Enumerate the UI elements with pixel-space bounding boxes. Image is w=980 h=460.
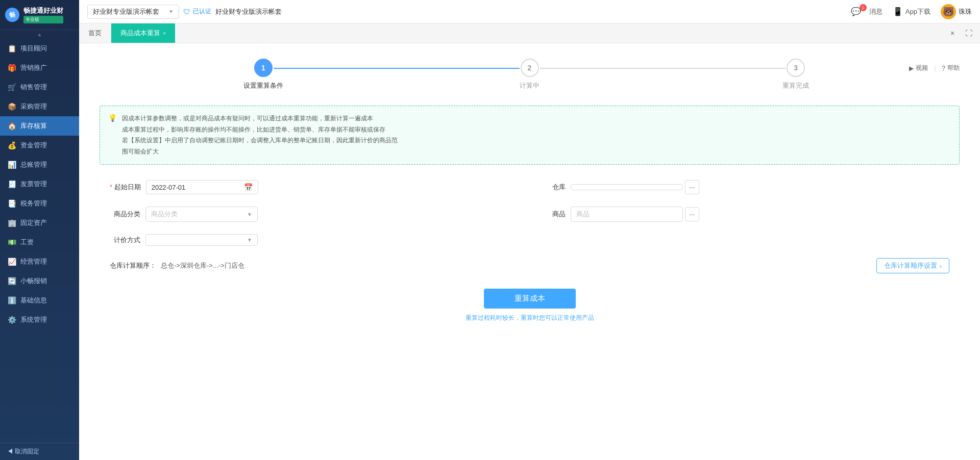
app-download-button[interactable]: 📱 App下载: [893, 7, 930, 16]
sidebar-item-operation[interactable]: 📈 经营管理: [0, 252, 79, 271]
sidebar-item-basic[interactable]: ℹ️ 基础信息: [0, 291, 79, 310]
accounting-icon: 📊: [7, 161, 16, 169]
step-3-number: 3: [794, 64, 798, 72]
sidebar-logo: 畅 畅捷通好业财 专业版: [0, 0, 79, 30]
warehouse-order-settings-button[interactable]: 仓库计算顺序设置 ›: [876, 258, 949, 273]
window-close-button[interactable]: ×: [946, 27, 959, 39]
sidebar-item-sales[interactable]: 🛒 销售管理: [0, 78, 79, 97]
submit-button[interactable]: 重算成本: [484, 289, 576, 309]
page-content: 1 设置重算条件 2 计算中 3 重算完成 ▶: [79, 43, 980, 460]
info-icon: 💡: [108, 114, 117, 157]
warehouse-order-btn-label: 仓库计算顺序设置: [884, 261, 937, 270]
sidebar-item-invoice[interactable]: 🧾 发票管理: [0, 174, 79, 194]
operation-icon: 📈: [7, 258, 16, 266]
warehouse-dots-button[interactable]: ···: [685, 180, 699, 194]
sidebar-logo-info: 畅捷通好业财 专业版: [23, 6, 63, 23]
tabs-window-controls: × ⛶: [946, 27, 980, 39]
step-3-label: 重算完成: [782, 81, 809, 90]
warehouse-order-value: 总仓->深圳仓库->...->门店仓: [161, 261, 876, 270]
step-1-number: 1: [261, 64, 265, 72]
message-button[interactable]: 💬 1 消息: [851, 7, 883, 16]
sidebar-item-salary[interactable]: 💵 工资: [0, 233, 79, 252]
video-button[interactable]: ▶ 视频: [909, 64, 928, 72]
info-text: 因成本计算参数调整，或是对商品成本有疑问时，可以通过成本重算功能，重新计算一遍成…: [122, 113, 398, 157]
goods-label: 商品: [545, 210, 571, 219]
stepper: 1 设置重算条件 2 计算中 3 重算完成 ▶: [100, 59, 960, 90]
sidebar-item-inventory[interactable]: 🏠 库存核算: [0, 116, 79, 136]
sidebar-item-system[interactable]: ⚙️ 系统管理: [0, 310, 79, 329]
sidebar-item-label-finance: 资金管理: [20, 141, 47, 150]
info-line-4: 围可能会扩大: [122, 146, 398, 158]
sidebar-item-label-assets: 固定资产: [20, 218, 47, 227]
app-download-label: App下载: [905, 7, 930, 16]
tab-recalc[interactable]: 商品成本重算 ×: [111, 23, 175, 43]
account-select[interactable]: 好业财专业版演示帐套 ▼: [87, 5, 179, 19]
sidebar-item-marketing[interactable]: 🎁 营销推广: [0, 58, 79, 78]
goods-dots-button[interactable]: ···: [685, 207, 699, 221]
sidebar-item-tax[interactable]: 📑 税务管理: [0, 194, 79, 213]
finance-icon: 💰: [7, 141, 16, 149]
pricing-arrow-icon: ▼: [247, 237, 252, 243]
step-1: 1 设置重算条件: [130, 59, 397, 90]
info-box: 💡 因成本计算参数调整，或是对商品成本有疑问时，可以通过成本重算功能，重新计算一…: [100, 106, 960, 165]
sidebar-item-purchase[interactable]: 📦 采购管理: [0, 97, 79, 116]
start-date-label: 起始日期: [110, 183, 146, 192]
goods-input[interactable]: 商品: [571, 207, 683, 222]
sidebar-item-label-inventory: 库存核算: [20, 121, 47, 131]
notification-badge: 1: [860, 4, 867, 11]
step-2-circle: 2: [521, 59, 539, 77]
message-label: 消息: [869, 7, 883, 16]
user-menu[interactable]: 🐻 珠珠: [941, 4, 972, 19]
warehouse-group: 仓库 ···: [514, 180, 950, 194]
assets-icon: 🏢: [7, 219, 16, 227]
submit-section: 重算成本 重算过程耗时较长，重算时您可以正常使用产品: [110, 289, 949, 322]
phone-icon: 📱: [893, 7, 903, 16]
sidebar-menu: ▲ 📋 项目顾问 🎁 营销推广 🛒 销售管理 📦 采购管理 🏠 库存核算 💰 资…: [0, 30, 79, 443]
start-date-value: 2022-07-01: [152, 184, 241, 191]
help-button[interactable]: ? 帮助: [942, 64, 960, 72]
step-2: 2 计算中: [397, 59, 663, 90]
sidebar-badge: 专业版: [23, 16, 63, 23]
goods-placeholder: 商品: [576, 210, 677, 219]
window-expand-button[interactable]: ⛶: [963, 27, 975, 39]
category-placeholder: 商品分类: [151, 210, 244, 219]
help-icon: ?: [942, 65, 945, 72]
avatar: 🐻: [941, 4, 956, 19]
step-1-label: 设置重算条件: [243, 81, 283, 90]
form-row-pricing: 计价方式 ▼: [110, 234, 949, 246]
sidebar-item-label-basic: 基础信息: [20, 296, 47, 305]
sidebar-item-label-operation: 经营管理: [20, 257, 47, 266]
warehouse-order-label: 仓库计算顺序：: [110, 261, 161, 270]
sidebar-item-assets[interactable]: 🏢 固定资产: [0, 213, 79, 233]
pricing-select[interactable]: ▼: [145, 234, 258, 246]
warehouse-input[interactable]: [571, 184, 683, 190]
step-1-circle: 1: [254, 59, 273, 77]
sidebar-item-finance[interactable]: 💰 资金管理: [0, 136, 79, 155]
start-date-input[interactable]: 2022-07-01 📅: [146, 180, 258, 194]
sidebar-item-label-accounting: 总账管理: [20, 160, 47, 169]
date-group: 起始日期 2022-07-01 📅: [110, 180, 514, 194]
warehouse-label: 仓库: [545, 183, 571, 192]
scroll-up-indicator: ▲: [0, 30, 79, 39]
step-3: 3 重算完成: [663, 59, 929, 90]
calendar-icon[interactable]: 📅: [244, 183, 253, 191]
purchase-icon: 📦: [7, 103, 16, 111]
form-row-category-goods: 商品分类 商品分类 ▼ 商品 商品 ···: [110, 207, 949, 222]
sidebar-unpin-label: ◀ 取消固定: [7, 447, 39, 456]
project-icon: 📋: [7, 44, 16, 53]
account-select-arrow: ▼: [168, 9, 174, 14]
sales-icon: 🛒: [7, 83, 16, 91]
main-area: 好业财专业版演示帐套 ▼ 🛡 已认证 好业财专业版演示帐套 💬 1 消息 📱 A…: [79, 0, 980, 460]
sidebar-item-project[interactable]: 📋 项目顾问: [0, 39, 79, 58]
user-name: 珠珠: [959, 7, 972, 16]
tab-recalc-close[interactable]: ×: [163, 30, 166, 36]
sidebar-item-label-project: 项目顾问: [20, 44, 47, 53]
step-2-label: 计算中: [520, 81, 540, 90]
sidebar-item-label-invoice: 发票管理: [20, 180, 47, 189]
system-icon: ⚙️: [7, 316, 16, 324]
sidebar-item-expense[interactable]: 🔄 小畅报销: [0, 271, 79, 291]
tab-home[interactable]: 首页: [79, 23, 111, 43]
category-select[interactable]: 商品分类 ▼: [145, 207, 258, 222]
sidebar-unpin-button[interactable]: ◀ 取消固定: [0, 443, 79, 460]
sidebar-item-accounting[interactable]: 📊 总账管理: [0, 155, 79, 174]
